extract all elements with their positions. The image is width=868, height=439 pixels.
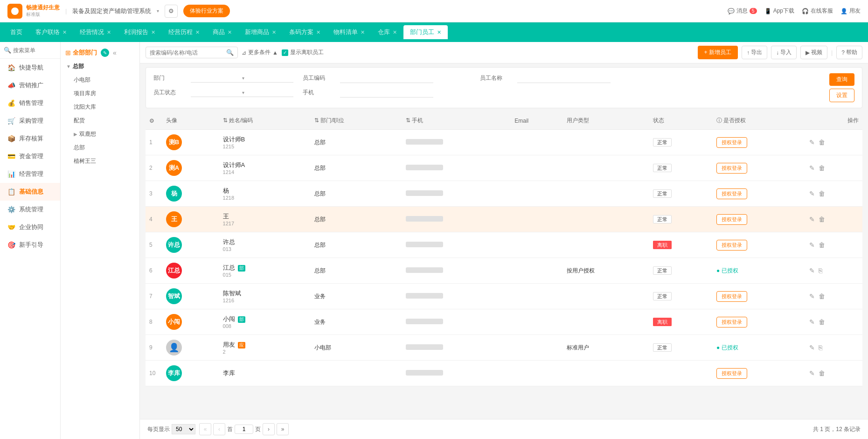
gear-button[interactable]: ⚙ bbox=[165, 5, 178, 18]
page-input[interactable] bbox=[235, 425, 253, 434]
edit-icon[interactable]: ✎ bbox=[809, 344, 815, 351]
tab-goods[interactable]: 商品 ✕ bbox=[206, 25, 238, 39]
first-page-btn[interactable]: « bbox=[199, 423, 211, 435]
tab-goods-close[interactable]: ✕ bbox=[228, 29, 232, 35]
sidebar-item-basic[interactable]: 📋 基础信息 bbox=[0, 183, 60, 201]
search-icon[interactable]: 🔍 bbox=[226, 49, 234, 56]
delete-icon[interactable]: 🗑 bbox=[819, 369, 825, 377]
query-btn[interactable]: 查询 bbox=[829, 73, 854, 86]
import-btn[interactable]: ↓ 导入 bbox=[771, 46, 797, 59]
edit-tree-btn[interactable]: ✎ bbox=[101, 49, 109, 57]
next-page-btn[interactable]: › bbox=[263, 423, 275, 435]
sidebar-item-guide[interactable]: 🎯 新手引导 bbox=[0, 236, 60, 254]
sidebar-item-quicknav[interactable]: 🏠 快捷导航 bbox=[0, 59, 60, 77]
all-dept-label[interactable]: 全部部门 bbox=[73, 49, 97, 57]
sidebar-search-input[interactable] bbox=[13, 47, 56, 54]
edit-icon[interactable]: ✎ bbox=[809, 318, 815, 326]
set-btn[interactable]: 设置 bbox=[829, 89, 854, 102]
sidebar-item-purchase[interactable]: 🛒 采购管理 bbox=[0, 112, 60, 130]
edit-icon[interactable]: ✎ bbox=[809, 241, 815, 249]
search-input[interactable] bbox=[150, 49, 224, 56]
tab-customer-close[interactable]: ✕ bbox=[62, 29, 67, 35]
col-phone[interactable]: ⇅ 手机 bbox=[402, 112, 511, 130]
tab-employees[interactable]: 部门员工 ✕ bbox=[403, 25, 448, 39]
collapse-tree-btn[interactable]: « bbox=[113, 49, 117, 56]
per-page-dropdown[interactable]: 50 100 200 bbox=[172, 424, 195, 434]
show-resigned-toggle[interactable]: 显示离职员工 bbox=[282, 49, 324, 56]
more-filters-btn[interactable]: ⊿ 更多条件 ▲ bbox=[242, 49, 278, 56]
delete-icon[interactable]: 🗑 bbox=[819, 164, 825, 172]
edit-icon[interactable]: ✎ bbox=[809, 139, 815, 146]
tab-bom[interactable]: 物料清单 ✕ bbox=[327, 25, 371, 39]
sidebar-item-bizmanage[interactable]: 📊 经营管理 bbox=[0, 165, 60, 183]
tab-profit[interactable]: 利润报告 ✕ bbox=[118, 25, 162, 39]
tab-new-goods-close[interactable]: ✕ bbox=[272, 29, 276, 35]
edit-icon[interactable]: ✎ bbox=[809, 216, 815, 223]
phone-input[interactable] bbox=[340, 88, 433, 98]
video-btn[interactable]: ▶ 视频 bbox=[800, 46, 827, 59]
auth-btn[interactable]: 授权登录 bbox=[716, 368, 747, 379]
tab-bom-close[interactable]: ✕ bbox=[361, 29, 365, 35]
tab-profit-close[interactable]: ✕ bbox=[151, 29, 155, 35]
dept-filter-select[interactable]: ▾ bbox=[191, 74, 293, 83]
tree-section-hq[interactable]: ▼ 总部 bbox=[61, 60, 139, 73]
tree-item-shuanglu[interactable]: ▶ 双鹿想 bbox=[61, 127, 139, 141]
col-name[interactable]: ⇅ 姓名/编码 bbox=[219, 112, 311, 130]
delete-icon[interactable]: 🗑 bbox=[819, 318, 825, 326]
tree-item-shenyang[interactable]: 沈阳大库 bbox=[61, 100, 139, 114]
auth-btn[interactable]: 授权登录 bbox=[716, 240, 747, 251]
auth-btn[interactable]: 授权登录 bbox=[716, 188, 747, 199]
sidebar-item-sales[interactable]: 💰 销售管理 bbox=[0, 94, 60, 112]
tab-history-close[interactable]: ✕ bbox=[195, 29, 200, 35]
message-btn[interactable]: 💬 消息 5 bbox=[728, 7, 757, 15]
add-employee-btn[interactable]: + 新增员工 bbox=[698, 46, 738, 59]
edit-icon[interactable]: ✎ bbox=[809, 190, 815, 197]
copy-icon[interactable]: ⎘ bbox=[819, 267, 822, 274]
auth-btn[interactable]: 授权登录 bbox=[716, 163, 747, 174]
tab-employees-close[interactable]: ✕ bbox=[437, 29, 441, 35]
auth-btn[interactable]: 授权登录 bbox=[716, 291, 747, 302]
sidebar-item-marketing[interactable]: 📣 营销推广 bbox=[0, 77, 60, 94]
col-settings[interactable]: ⚙ bbox=[146, 112, 162, 130]
prev-page-btn[interactable]: ‹ bbox=[213, 423, 225, 435]
delete-icon[interactable]: 🗑 bbox=[819, 241, 825, 249]
copy-icon[interactable]: ⎘ bbox=[819, 344, 822, 351]
delete-icon[interactable]: 🗑 bbox=[819, 293, 825, 300]
col-dept[interactable]: ⇅ 部门/职位 bbox=[311, 112, 402, 130]
tab-operation-close[interactable]: ✕ bbox=[107, 29, 111, 35]
tab-warehouse[interactable]: 仓库 ✕ bbox=[371, 25, 403, 39]
edit-icon[interactable]: ✎ bbox=[809, 369, 815, 377]
user-avatar[interactable]: 👤 用友 bbox=[840, 7, 861, 15]
sidebar-item-inventory[interactable]: 📦 库存核算 bbox=[0, 130, 60, 147]
app-download-btn[interactable]: 📱 App下载 bbox=[764, 7, 794, 15]
emp-name-input[interactable] bbox=[517, 73, 611, 83]
export-btn[interactable]: ↑ 导出 bbox=[742, 46, 767, 59]
tab-warehouse-close[interactable]: ✕ bbox=[393, 29, 397, 35]
emp-code-input[interactable] bbox=[340, 73, 433, 83]
tree-item-projroom[interactable]: 项目库房 bbox=[61, 87, 139, 100]
delete-icon[interactable]: 🗑 bbox=[819, 216, 825, 223]
auth-btn[interactable]: 授权登录 bbox=[716, 137, 747, 148]
try-btn[interactable]: 体验行业方案 bbox=[183, 5, 230, 17]
sidebar-item-system[interactable]: ⚙️ 系统管理 bbox=[0, 201, 60, 218]
tree-item-distribution[interactable]: 配货 bbox=[61, 114, 139, 127]
tab-barcode[interactable]: 条码方案 ✕ bbox=[283, 25, 327, 39]
tab-customer[interactable]: 客户联络 ✕ bbox=[29, 25, 73, 39]
edit-icon[interactable]: ✎ bbox=[809, 267, 815, 274]
tree-item-xiaodibu[interactable]: 小电部 bbox=[61, 73, 139, 87]
tab-history[interactable]: 经营历程 ✕ bbox=[162, 25, 206, 39]
tab-operation[interactable]: 经营情况 ✕ bbox=[73, 25, 118, 39]
help-btn[interactable]: ? 帮助 bbox=[836, 46, 862, 59]
auth-btn[interactable]: 授权登录 bbox=[716, 214, 747, 225]
emp-status-select[interactable]: ▾ bbox=[191, 89, 293, 97]
last-page-btn[interactable]: » bbox=[277, 423, 289, 435]
auth-btn[interactable]: 授权登录 bbox=[716, 317, 747, 328]
system-dropdown-arrow[interactable]: ▾ bbox=[157, 8, 159, 14]
delete-icon[interactable]: 🗑 bbox=[819, 190, 825, 197]
resigned-checkbox[interactable] bbox=[282, 49, 288, 56]
delete-icon[interactable]: 🗑 bbox=[819, 139, 825, 146]
tree-item-zhishuwang[interactable]: 植树王三 bbox=[61, 154, 139, 168]
edit-icon[interactable]: ✎ bbox=[809, 293, 815, 300]
tree-item-zongbu[interactable]: 总部 bbox=[61, 141, 139, 154]
online-service-btn[interactable]: 🎧 在线客服 bbox=[802, 7, 833, 15]
